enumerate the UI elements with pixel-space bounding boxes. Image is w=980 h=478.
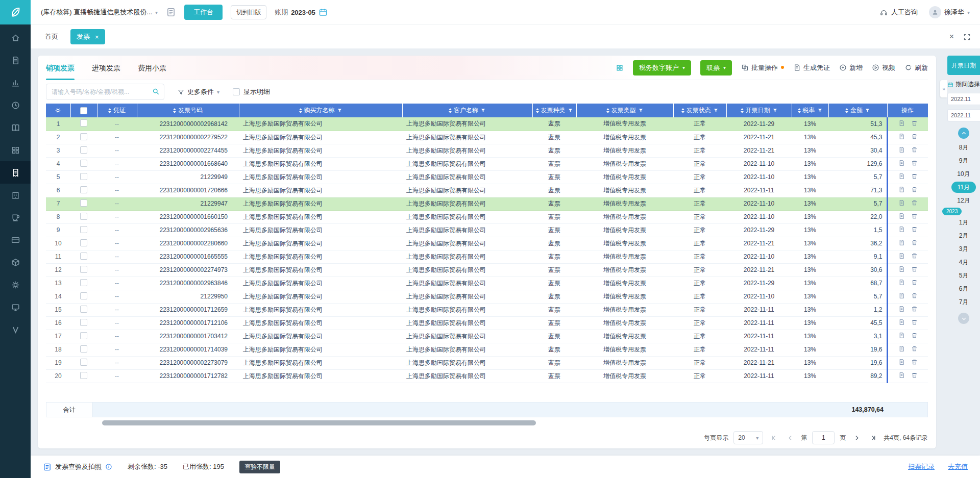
row-checkbox[interactable] <box>80 253 87 260</box>
table-row[interactable]: 1 -- 22312000000002968142 上海思多励国际贸易有限公司 … <box>46 117 928 131</box>
sidebar-item-invoice[interactable] <box>0 161 31 184</box>
row-checkbox[interactable] <box>80 146 87 154</box>
month-item-6月[interactable]: 6月 <box>951 282 976 295</box>
delete-invoice-icon[interactable] <box>911 372 918 379</box>
tab-home[interactable]: 首页 <box>40 29 63 44</box>
delete-invoice-icon[interactable] <box>911 146 918 153</box>
table-row[interactable]: 8 -- 22312000000001660150 上海思多励国际贸易有限公司 … <box>46 210 928 223</box>
col-customer[interactable]: 客户名称 <box>402 104 532 117</box>
table-row[interactable]: 20 -- 22312000000001712782 上海思多励国际贸易有限公司… <box>46 369 928 383</box>
row-checkbox[interactable] <box>80 332 87 339</box>
delete-invoice-icon[interactable] <box>911 186 918 193</box>
sidebar-item-brand[interactable] <box>0 318 31 341</box>
app-logo[interactable] <box>0 0 31 24</box>
col-voucher[interactable]: 凭证 <box>97 104 137 117</box>
view-invoice-icon[interactable] <box>898 319 905 325</box>
month-item-10月[interactable]: 10月 <box>951 167 976 181</box>
row-checkbox[interactable] <box>80 160 87 167</box>
info-icon[interactable] <box>105 463 112 470</box>
get-ticket-button[interactable]: 取票 ▾ <box>700 60 732 76</box>
col-date[interactable]: 开票日期 <box>726 104 792 117</box>
sidebar-item-settings[interactable] <box>0 273 31 296</box>
search-input[interactable] <box>46 84 164 100</box>
close-tab-icon[interactable]: × <box>95 34 99 40</box>
col-buyer[interactable]: 购买方名称 <box>239 104 402 117</box>
table-row[interactable]: 6 -- 22312000000001720666 上海思多励国际贸易有限公司 … <box>46 184 928 197</box>
tab-invoice[interactable]: 发票 × <box>70 29 105 44</box>
delete-invoice-icon[interactable] <box>911 319 918 325</box>
page-input[interactable] <box>812 431 835 444</box>
row-checkbox[interactable] <box>80 133 87 140</box>
row-checkbox[interactable] <box>80 119 87 127</box>
grid-view-icon[interactable] <box>616 64 624 72</box>
table-row[interactable]: 3 -- 22312000000002274455 上海思多励国际贸易有限公司 … <box>46 144 928 157</box>
add-button[interactable]: 新增 <box>839 63 863 72</box>
prev-page-button[interactable] <box>785 432 796 443</box>
calendar-icon[interactable] <box>318 8 328 17</box>
col-kind[interactable]: 发票种类 <box>532 104 576 117</box>
table-row[interactable]: 4 -- 22312000000001668640 上海思多励国际贸易有限公司 … <box>46 157 928 170</box>
show-detail-toggle[interactable]: 显示明细 <box>233 87 270 96</box>
table-row[interactable]: 13 -- 22312000000002963846 上海思多励国际贸易有限公司… <box>46 276 928 290</box>
scan-record-link[interactable]: 扫票记录 <box>908 462 935 471</box>
search-icon[interactable] <box>152 88 160 95</box>
row-checkbox[interactable] <box>80 306 87 313</box>
view-invoice-icon[interactable] <box>898 133 905 140</box>
delete-invoice-icon[interactable] <box>911 306 918 312</box>
generate-voucher-button[interactable]: 生成凭证 <box>793 63 830 72</box>
month-item-8月[interactable]: 8月 <box>951 141 976 154</box>
view-invoice-icon[interactable] <box>898 199 905 206</box>
recharge-link[interactable]: 去充值 <box>948 462 968 471</box>
delete-invoice-icon[interactable] <box>911 199 918 206</box>
tab-sales-invoice[interactable]: 销项发票 <box>46 56 75 80</box>
panel-collapse-handle[interactable]: » <box>940 80 947 97</box>
view-invoice-icon[interactable] <box>898 120 905 127</box>
table-row[interactable]: 5 -- 21229949 上海思多励国际贸易有限公司 上海思多励国际贸易有限公… <box>46 170 928 184</box>
view-invoice-icon[interactable] <box>898 306 905 312</box>
month-item-2月[interactable]: 2月 <box>951 229 976 242</box>
table-row[interactable]: 18 -- 22312000000001714039 上海思多励国际贸易有限公司… <box>46 343 928 356</box>
delete-invoice-icon[interactable] <box>911 213 918 219</box>
column-settings[interactable] <box>46 104 70 117</box>
row-checkbox[interactable] <box>80 345 87 353</box>
row-checkbox[interactable] <box>80 199 87 207</box>
row-checkbox[interactable] <box>80 226 87 233</box>
month-item-5月[interactable]: 5月 <box>951 269 976 282</box>
view-invoice-icon[interactable] <box>898 173 905 180</box>
view-invoice-icon[interactable] <box>898 253 905 259</box>
select-all-header[interactable] <box>70 104 97 117</box>
user-menu[interactable]: 徐泽华 ▾ <box>929 6 970 18</box>
bulletin-icon[interactable] <box>166 7 176 17</box>
col-type[interactable]: 发票类型 <box>576 104 673 117</box>
first-page-button[interactable] <box>768 432 779 443</box>
col-status[interactable]: 发票状态 <box>673 104 726 117</box>
month-item-4月[interactable]: 4月 <box>951 256 976 269</box>
col-invoice-no[interactable]: 发票号码 <box>137 104 239 117</box>
view-invoice-icon[interactable] <box>898 372 905 379</box>
sidebar-item-checkout[interactable] <box>0 229 31 251</box>
batch-operation-button[interactable]: 批量操作 <box>741 63 784 72</box>
col-amount[interactable]: 金额 <box>828 104 887 117</box>
view-invoice-icon[interactable] <box>898 186 905 193</box>
table-row[interactable]: 12 -- 22312000000002274973 上海思多励国际贸易有限公司… <box>46 263 928 276</box>
view-invoice-icon[interactable] <box>898 213 905 219</box>
view-invoice-icon[interactable] <box>898 332 905 339</box>
delete-invoice-icon[interactable] <box>911 160 918 166</box>
table-row[interactable]: 16 -- 22312000000001712106 上海思多励国际贸易有限公司… <box>46 316 928 330</box>
horizontal-scrollbar-thumb[interactable] <box>102 420 536 425</box>
scroll-months-down-button[interactable] <box>958 313 969 324</box>
sidebar-item-reports[interactable] <box>0 71 31 94</box>
delete-invoice-icon[interactable] <box>911 292 918 299</box>
view-invoice-icon[interactable] <box>898 266 905 272</box>
month-item-7月[interactable]: 7月 <box>951 295 976 309</box>
month-item-11月[interactable]: 11月 <box>951 182 976 193</box>
col-rate[interactable]: 税率 <box>792 104 828 117</box>
workbench-button[interactable]: 工作台 <box>184 5 223 20</box>
view-invoice-icon[interactable] <box>898 226 905 233</box>
month-item-12月[interactable]: 12月 <box>951 194 976 207</box>
sidebar-item-service[interactable] <box>0 206 31 229</box>
fullscreen-icon[interactable] <box>963 33 971 41</box>
tax-digital-account-button[interactable]: 税务数字账户 ▾ <box>633 60 691 76</box>
delete-invoice-icon[interactable] <box>911 120 918 127</box>
sidebar-item-inventory[interactable] <box>0 251 31 273</box>
